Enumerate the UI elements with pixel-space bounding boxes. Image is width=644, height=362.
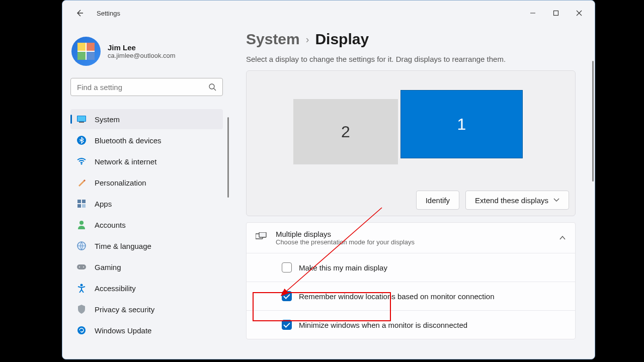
monitor-2[interactable]: 2 — [293, 99, 398, 164]
close-icon — [576, 10, 582, 16]
nav-label: Windows Update — [95, 326, 151, 335]
sidebar-item-personalization[interactable]: Personalization — [70, 172, 223, 193]
user-section[interactable]: Jim Lee ca.jimlee@outlook.com — [70, 32, 223, 71]
sidebar: Jim Lee ca.jimlee@outlook.com System — [62, 26, 231, 359]
option-main-display[interactable]: Make this my main display — [247, 253, 575, 282]
update-icon — [76, 325, 87, 335]
nav-list: System Bluetooth & devices Network & int… — [70, 109, 223, 340]
accessibility-icon — [76, 283, 87, 293]
nav-label: System — [95, 115, 120, 124]
wifi-icon — [76, 156, 87, 166]
apps-icon — [76, 199, 87, 209]
checkbox-minimize-disconnect[interactable] — [282, 320, 292, 330]
avatar — [71, 37, 101, 66]
nav-label: Gaming — [95, 263, 121, 272]
sidebar-item-time[interactable]: Time & language — [70, 236, 223, 256]
arrow-left-icon — [75, 9, 84, 17]
checkbox-remember-windows[interactable] — [282, 291, 292, 301]
user-name: Jim Lee — [108, 43, 176, 52]
breadcrumb-parent[interactable]: System — [246, 31, 300, 48]
svg-rect-15 — [77, 264, 86, 269]
section-desc: Choose the presentation mode for your di… — [276, 238, 550, 246]
multiple-displays-header[interactable]: Multiple displays Choose the presentatio… — [247, 223, 575, 253]
user-info: Jim Lee ca.jimlee@outlook.com — [108, 43, 176, 59]
svg-point-8 — [81, 163, 83, 165]
option-remember-windows[interactable]: Remember window locations based on monit… — [247, 282, 575, 310]
svg-rect-11 — [77, 204, 81, 208]
nav-label: Personalization — [95, 178, 146, 187]
paintbrush-icon — [76, 177, 87, 188]
sidebar-item-network[interactable]: Network & internet — [70, 151, 223, 171]
breadcrumb: System › Display — [246, 31, 576, 48]
display-actions: Identify Extend these displays — [247, 185, 575, 216]
nav-label: Accounts — [95, 221, 126, 229]
svg-point-18 — [80, 284, 83, 287]
nav-label: Time & language — [95, 242, 151, 250]
display-canvas[interactable]: 2 1 — [247, 71, 575, 185]
nav-label: Network & internet — [95, 157, 156, 166]
search-box[interactable] — [70, 78, 223, 96]
sidebar-item-bluetooth[interactable]: Bluetooth & devices — [70, 130, 223, 150]
sidebar-item-accessibility[interactable]: Accessibility — [70, 278, 223, 298]
chevron-up-icon — [559, 234, 566, 241]
extend-label: Extend these displays — [475, 196, 548, 205]
extend-displays-dropdown[interactable]: Extend these displays — [465, 191, 569, 210]
minimize-icon — [530, 10, 536, 16]
section-title: Multiple displays — [276, 230, 550, 238]
system-icon — [76, 114, 87, 124]
sidebar-item-accounts[interactable]: Accounts — [70, 215, 223, 235]
identify-button[interactable]: Identify — [416, 191, 459, 210]
gaming-icon — [76, 262, 87, 272]
identify-label: Identify — [426, 196, 450, 205]
main-scrollbar[interactable] — [592, 61, 594, 182]
minimize-button[interactable] — [521, 5, 544, 21]
content-area: Jim Lee ca.jimlee@outlook.com System — [62, 26, 595, 359]
nav-label: Apps — [95, 200, 112, 208]
chevron-down-icon — [553, 198, 559, 202]
shield-icon — [76, 304, 87, 314]
window-controls — [521, 5, 591, 21]
globe-clock-icon — [76, 241, 87, 251]
svg-rect-6 — [79, 122, 84, 123]
breadcrumb-current: Display — [315, 31, 369, 48]
monitor-1[interactable]: 1 — [400, 90, 523, 158]
app-title: Settings — [97, 10, 120, 17]
titlebar: Settings — [62, 1, 595, 26]
sidebar-item-system[interactable]: System — [70, 109, 223, 129]
sidebar-item-gaming[interactable]: Gaming — [70, 257, 223, 277]
svg-point-13 — [79, 221, 84, 225]
settings-window: Settings — [62, 0, 595, 359]
search-icon — [208, 83, 216, 91]
main-panel: System › Display Select a display to cha… — [231, 26, 595, 359]
sidebar-item-privacy[interactable]: Privacy & security — [70, 299, 223, 319]
maximize-button[interactable] — [544, 5, 568, 21]
option-minimize-disconnect[interactable]: Minimize windows when a monitor is disco… — [247, 310, 575, 339]
sidebar-item-apps[interactable]: Apps — [70, 194, 223, 214]
option-label: Remember window locations based on monit… — [299, 292, 495, 301]
nav-label: Bluetooth & devices — [95, 136, 162, 145]
maximize-icon — [553, 10, 559, 16]
svg-line-3 — [214, 88, 216, 90]
nav-label: Accessibility — [95, 284, 136, 293]
account-icon — [76, 220, 87, 230]
svg-point-19 — [77, 326, 86, 334]
sidebar-scrollbar[interactable] — [227, 117, 229, 198]
search-input[interactable] — [77, 83, 208, 92]
svg-rect-1 — [554, 11, 558, 16]
option-label: Make this my main display — [299, 263, 387, 272]
svg-point-2 — [209, 84, 214, 89]
sidebar-item-update[interactable]: Windows Update — [70, 320, 223, 340]
svg-point-16 — [79, 266, 80, 267]
section-title-group: Multiple displays Choose the presentatio… — [276, 230, 550, 246]
checkbox-main-display[interactable] — [282, 262, 292, 273]
user-email: ca.jimlee@outlook.com — [108, 52, 176, 59]
back-button[interactable] — [72, 6, 87, 20]
svg-rect-5 — [77, 116, 86, 121]
option-label: Minimize windows when a monitor is disco… — [299, 321, 467, 329]
chevron-right-icon: › — [306, 34, 309, 45]
svg-rect-21 — [259, 232, 266, 237]
svg-point-17 — [83, 266, 84, 267]
svg-rect-10 — [82, 200, 86, 203]
display-arrangement-panel: 2 1 Identify Extend these displays — [246, 70, 576, 216]
close-button[interactable] — [568, 5, 591, 21]
